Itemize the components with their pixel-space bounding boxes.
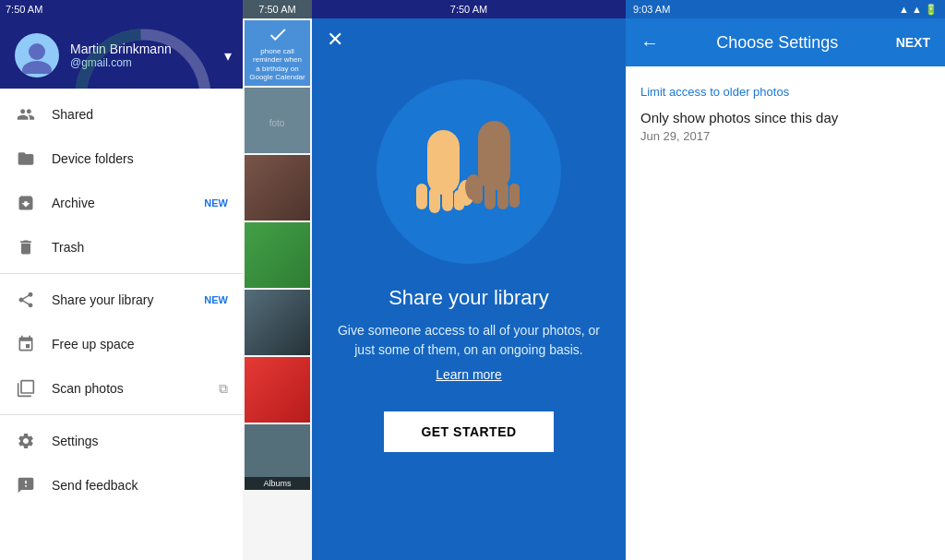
feedback-icon — [15, 474, 37, 496]
svg-point-1 — [81, 35, 206, 89]
sidebar-panel: 7:50 AM Martin Brinkmann @gmail.com ▾ — [0, 0, 243, 560]
nav-divider — [0, 273, 243, 274]
sidebar-item-send-feedback[interactable]: Send feedback — [0, 463, 243, 507]
external-link-icon: ⧉ — [219, 381, 228, 397]
back-button[interactable]: ← — [640, 32, 659, 54]
svg-rect-15 — [484, 182, 496, 209]
signal-icons: ▲ ▲ 🔋 — [899, 4, 938, 16]
avatar — [15, 33, 59, 77]
get-started-button[interactable]: GET STARTED — [384, 411, 553, 452]
grid-thumb-5 — [245, 290, 310, 355]
sidebar-item-settings[interactable]: Settings — [0, 419, 243, 463]
scan-photos-label: Scan photos — [52, 381, 204, 396]
share-library-badge: NEW — [204, 294, 228, 305]
sidebar-header: Martin Brinkmann @gmail.com ▾ — [0, 18, 243, 89]
svg-rect-11 — [429, 187, 440, 213]
svg-rect-12 — [442, 187, 453, 211]
settings-label: Settings — [52, 434, 228, 448]
person-icon — [15, 103, 37, 125]
sidebar-item-share-library[interactable]: Share your library NEW — [0, 278, 243, 322]
sidebar-item-shared[interactable]: Shared — [0, 92, 243, 137]
albums-label: Albums — [245, 477, 310, 490]
hands-illustration — [377, 79, 561, 264]
grid-thumb-1: phone call reminder when a birthday on G… — [245, 20, 310, 86]
status-bar-settings: 9:03 AM ▲ ▲ 🔋 — [626, 0, 945, 18]
svg-point-3 — [81, 35, 206, 89]
svg-point-0 — [81, 35, 206, 89]
trash-label: Trash — [52, 240, 228, 255]
status-time-share: 7:50 AM — [450, 4, 487, 15]
share-library-label: Share your library — [52, 292, 189, 307]
settings-icon — [15, 430, 37, 452]
sidebar-item-trash[interactable]: Trash — [0, 225, 243, 269]
grid-thumb-2: foto — [245, 88, 310, 153]
svg-rect-17 — [509, 184, 520, 208]
svg-rect-8 — [427, 130, 460, 195]
grid-thumb-3 — [245, 155, 310, 220]
settings-title: Choose Settings — [659, 33, 896, 53]
sidebar-nav: Shared Device folders Archive NEW Trash — [0, 89, 243, 560]
share-icon — [15, 289, 37, 311]
sidebar-item-scan-photos[interactable]: Scan photos ⧉ — [0, 366, 243, 411]
archive-label: Archive — [52, 196, 189, 210]
folder-icon — [15, 148, 37, 170]
learn-more-link[interactable]: Learn more — [436, 367, 502, 382]
dropdown-arrow-icon[interactable]: ▾ — [224, 47, 232, 65]
settings-section-title: Limit access to older photos — [640, 85, 930, 99]
svg-point-2 — [81, 35, 206, 89]
trash-icon — [15, 236, 37, 258]
sidebar-item-device-folders[interactable]: Device folders — [0, 137, 243, 181]
share-title: Share your library — [389, 286, 549, 310]
svg-text:foto: foto — [269, 118, 285, 128]
nav-divider-2 — [0, 414, 243, 415]
photo-grid: phone call reminder when a birthday on G… — [243, 18, 312, 560]
sidebar-item-free-space[interactable]: Free up space — [0, 322, 243, 366]
svg-rect-9 — [478, 121, 510, 190]
archive-badge: NEW — [204, 197, 228, 209]
status-bar-mid: 7:50 AM — [243, 0, 312, 18]
settings-body: Limit access to older photos Only show p… — [626, 66, 945, 161]
scan-icon — [15, 377, 37, 399]
svg-rect-10 — [416, 184, 427, 209]
share-description: Give someone access to all of your photo… — [312, 321, 626, 360]
send-feedback-label: Send feedback — [52, 478, 228, 493]
svg-point-19 — [465, 174, 482, 200]
free-space-icon — [15, 333, 37, 355]
grid-thumb-4 — [245, 222, 310, 288]
sidebar-item-archive[interactable]: Archive NEW — [0, 181, 243, 225]
status-time-settings: 9:03 AM — [633, 4, 670, 15]
status-time-mid: 7:50 AM — [258, 4, 295, 15]
status-bar-share: 7:50 AM — [312, 0, 626, 18]
status-bar-left: 7:50 AM — [0, 0, 243, 18]
close-button[interactable]: ✕ — [327, 30, 343, 50]
share-topbar: ✕ — [312, 18, 626, 61]
svg-point-4 — [29, 43, 45, 60]
share-panel: 7:50 AM ✕ Share your library Give someon… — [312, 0, 626, 560]
archive-icon — [15, 192, 37, 214]
svg-rect-16 — [497, 182, 508, 209]
settings-item-title: Only show photos since this day — [640, 110, 930, 125]
status-time-left: 7:50 AM — [6, 4, 42, 15]
next-button[interactable]: NEXT — [896, 35, 930, 50]
svg-point-5 — [22, 61, 52, 74]
free-space-label: Free up space — [52, 337, 228, 351]
settings-item-date: Jun 29, 2017 — [640, 129, 930, 143]
grid-panel: 7:50 AM phone call reminder when a birth… — [243, 0, 312, 560]
settings-topbar: ← Choose Settings NEXT — [626, 18, 945, 66]
settings-panel: 9:03 AM ▲ ▲ 🔋 ← Choose Settings NEXT Lim… — [626, 0, 945, 560]
shared-label: Shared — [52, 107, 228, 122]
device-folders-label: Device folders — [52, 151, 228, 166]
holding-hands-svg — [400, 112, 538, 232]
google-logo-bg — [74, 28, 212, 89]
grid-thumb-6 — [245, 357, 310, 423]
grid-thumb-7: Albums — [245, 424, 310, 490]
